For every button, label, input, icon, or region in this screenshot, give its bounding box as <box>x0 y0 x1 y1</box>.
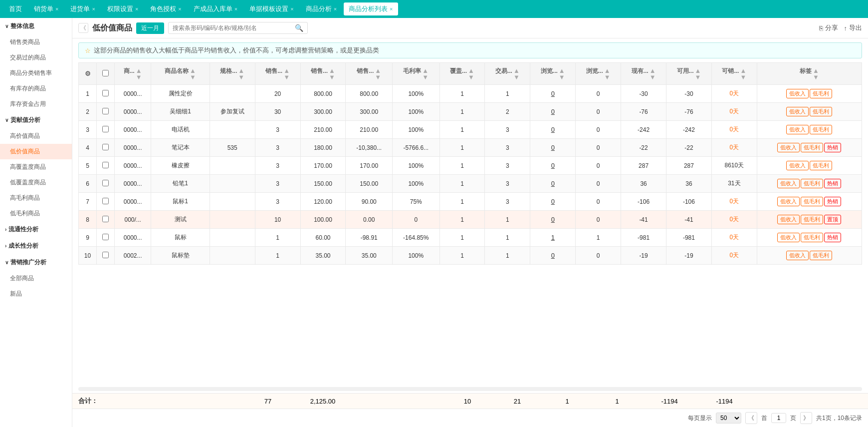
row-checkbox[interactable] <box>102 216 109 222</box>
settings-icon[interactable]: ⚙ <box>85 70 91 77</box>
col-browse1[interactable]: 浏览...▲▼ <box>530 63 576 85</box>
cell-sale-qty: 3 <box>255 175 300 193</box>
sidebar-item-low-value[interactable]: 低价值商品 <box>0 144 72 159</box>
col-browse2[interactable]: 浏览...▲▼ <box>576 63 621 85</box>
nav-sales-order[interactable]: 销货单 × <box>29 2 63 15</box>
cell-checkbox[interactable] <box>97 121 115 139</box>
row-checkbox[interactable] <box>102 162 109 168</box>
col-code[interactable]: 商...▲▼ <box>115 63 151 85</box>
search-input[interactable] <box>173 24 295 31</box>
cell-browse1[interactable]: 0 <box>530 247 576 265</box>
cell-checkbox[interactable] <box>97 175 115 193</box>
sidebar-item-low-coverage[interactable]: 低覆盖度商品 <box>0 175 72 190</box>
nav-close-permissions[interactable]: × <box>135 6 138 12</box>
nav-role-auth[interactable]: 角色授权 × <box>145 2 186 15</box>
cell-sale-amount: 60.00 <box>300 229 346 247</box>
cell-checkbox[interactable] <box>97 247 115 265</box>
nav-permissions[interactable]: 权限设置 × <box>102 2 143 15</box>
sidebar-item-high-value[interactable]: 高价值商品 <box>0 128 72 144</box>
share-btn[interactable]: ⎘ 分享 <box>819 23 838 32</box>
table-wrapper[interactable]: ⚙ 商...▲▼ 商品名称▲▼ 规格...▲▼ 销售...▲▼ 销售...▲▼ … <box>72 62 868 385</box>
col-current-stock[interactable]: 现有...▲▼ <box>621 63 666 85</box>
row-checkbox[interactable] <box>102 108 109 114</box>
cell-checkbox[interactable] <box>97 85 115 103</box>
sidebar-item-high-coverage[interactable]: 高覆盖度商品 <box>0 159 72 175</box>
nav-home[interactable]: 首页 <box>4 2 27 15</box>
col-sale-amount[interactable]: 销售...▲▼ <box>300 63 346 85</box>
per-page-select[interactable]: 50 100 200 <box>716 413 741 424</box>
col-checkbox[interactable] <box>97 63 115 85</box>
export-btn[interactable]: ↑ 导出 <box>844 23 863 32</box>
nav-close-template[interactable]: × <box>290 6 293 12</box>
row-checkbox[interactable] <box>102 90 109 96</box>
nav-template-settings[interactable]: 单据模板设置 × <box>244 2 298 15</box>
cell-browse1[interactable]: 0 <box>530 175 576 193</box>
sidebar-item-traded-products[interactable]: 交易过的商品 <box>0 50 72 65</box>
nav-analysis-list[interactable]: 商品分析列表 × <box>344 2 398 15</box>
sidebar-group-marketing[interactable]: ∨ 营销推广分析 <box>0 254 72 271</box>
sidebar-group-contribution[interactable]: ∨ 贡献值分析 <box>0 112 72 128</box>
sidebar-group-liquidity[interactable]: › 流通性分析 <box>0 221 72 238</box>
current-page[interactable]: 1 <box>771 413 786 423</box>
expand-arrow-contribution: ∨ <box>5 117 8 123</box>
cell-current-stock: -242 <box>621 121 666 139</box>
nav-product-in[interactable]: 产成品入库单 × <box>189 2 242 15</box>
sidebar-item-new-products[interactable]: 新品 <box>0 286 72 302</box>
cell-browse1[interactable]: 0 <box>530 193 576 211</box>
cell-browse1[interactable]: 0 <box>530 139 576 157</box>
cell-checkbox[interactable] <box>97 103 115 121</box>
cell-browse1[interactable]: 1 <box>530 229 576 247</box>
col-coverage[interactable]: 覆盖...▲▼ <box>439 63 485 85</box>
sidebar-collapse-btn[interactable]: 《 <box>78 23 88 33</box>
cell-checkbox[interactable] <box>97 139 115 157</box>
col-trade[interactable]: 交易...▲▼ <box>485 63 530 85</box>
row-checkbox[interactable] <box>102 198 109 204</box>
nav-close-role[interactable]: × <box>178 6 181 12</box>
sidebar-item-high-margin[interactable]: 高毛利商品 <box>0 190 72 206</box>
nav-close-purchase[interactable]: × <box>92 6 95 12</box>
last-page-btn[interactable]: 》 <box>800 412 812 424</box>
sidebar-item-category-rate[interactable]: 商品分类销售率 <box>0 65 72 81</box>
cell-browse1[interactable]: 0 <box>530 211 576 229</box>
nav-purchase-order[interactable]: 进货单 × <box>65 2 100 15</box>
sidebar-item-all-products[interactable]: 全部商品 <box>0 271 72 286</box>
col-tags[interactable]: 标签▲▼ <box>757 63 862 85</box>
cell-checkbox[interactable] <box>97 193 115 211</box>
nav-close-analysis[interactable]: × <box>334 6 337 12</box>
sidebar-item-low-margin[interactable]: 低毛利商品 <box>0 206 72 221</box>
col-spec[interactable]: 规格...▲▼ <box>210 63 255 85</box>
col-sale-qty[interactable]: 销售...▲▼ <box>255 63 300 85</box>
nav-close-product-in[interactable]: × <box>234 6 237 12</box>
row-checkbox[interactable] <box>102 252 109 258</box>
cell-checkbox[interactable] <box>97 229 115 247</box>
cell-browse1[interactable]: 0 <box>530 103 576 121</box>
nav-close-sales[interactable]: × <box>55 6 58 12</box>
row-checkbox[interactable] <box>102 180 109 186</box>
cell-browse1[interactable]: 0 <box>530 121 576 139</box>
col-sale-profit[interactable]: 销售...▲▼ <box>346 63 393 85</box>
sidebar-item-stock-capital[interactable]: 库存资金占用 <box>0 96 72 112</box>
col-gear[interactable]: ⚙ <box>79 63 97 85</box>
cell-browse1[interactable]: 0 <box>530 85 576 103</box>
search-icon[interactable]: 🔍 <box>295 24 303 32</box>
select-all-checkbox[interactable] <box>102 70 109 76</box>
horizontal-scrollbar[interactable] <box>78 387 862 391</box>
sidebar-item-sales-products[interactable]: 销售类商品 <box>0 34 72 50</box>
col-margin[interactable]: 毛利率▲▼ <box>393 63 440 85</box>
row-checkbox[interactable] <box>102 234 109 240</box>
cell-checkbox[interactable] <box>97 157 115 175</box>
nav-close-analysis-list[interactable]: × <box>390 6 393 12</box>
sidebar-group-growth[interactable]: › 成长性分析 <box>0 238 72 254</box>
cell-browse1[interactable]: 0 <box>530 157 576 175</box>
sidebar-group-overall[interactable]: ∨ 整体信息 <box>0 18 72 34</box>
first-page-btn[interactable]: 《 <box>745 412 757 424</box>
col-saleable[interactable]: 可销...▲▼ <box>711 63 757 85</box>
row-checkbox[interactable] <box>102 144 109 150</box>
row-checkbox[interactable] <box>102 126 109 132</box>
sidebar-item-stock-products[interactable]: 有库存的商品 <box>0 81 72 96</box>
col-name[interactable]: 商品名称▲▼ <box>151 63 210 85</box>
cell-checkbox[interactable] <box>97 211 115 229</box>
col-available[interactable]: 可用...▲▼ <box>666 63 712 85</box>
date-filter-btn[interactable]: 近一月 <box>136 22 164 34</box>
nav-product-analysis[interactable]: 商品分析 × <box>301 2 342 15</box>
